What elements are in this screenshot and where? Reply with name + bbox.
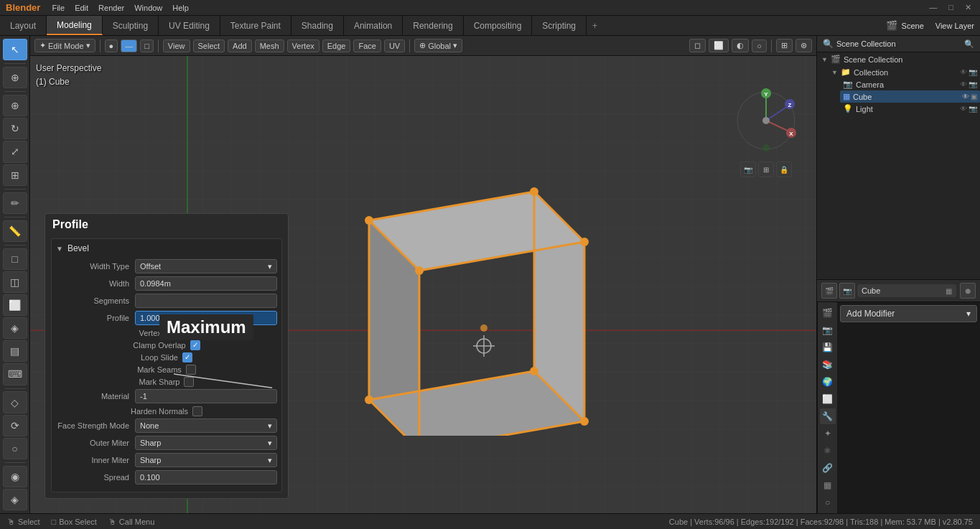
vertex-select-btn[interactable]: ● (105, 39, 118, 52)
mark-sharp-checkbox[interactable] (184, 377, 194, 387)
prop-physics[interactable]: ⚛ (820, 443, 836, 459)
tab-texture-paint[interactable]: Texture Paint (220, 16, 291, 35)
camera-eye-icon[interactable]: 👁 (960, 80, 967, 88)
spread-field[interactable]: 0.100 (135, 470, 277, 484)
cube-item[interactable]: ▦ Cube 👁 ▣ (840, 90, 980, 103)
move-tool-button[interactable]: ⊕ (3, 95, 27, 116)
eye-icon[interactable]: 👁 (960, 68, 967, 76)
prop-output[interactable]: 💾 (820, 340, 836, 355)
loop-slide-checkbox[interactable]: ✓ (182, 352, 192, 362)
view-layer-tab[interactable]: View Layer (935, 22, 974, 30)
scale-tool-button[interactable]: ⤢ (3, 141, 27, 162)
bevel-button[interactable]: ◈ (3, 317, 27, 339)
tab-uv-editing[interactable]: UV Editing (159, 16, 220, 35)
transform-tool-button[interactable]: ⊞ (3, 164, 27, 186)
prop-world[interactable]: 🌍 (820, 374, 836, 390)
add-modifier-button[interactable]: Add Modifier ▾ (840, 305, 977, 322)
knife-button[interactable]: ⌨ (3, 363, 27, 385)
prop-scene[interactable]: 🎬 (820, 305, 836, 321)
collection-item[interactable]: ▼ 📁 Collection 👁 📷 (829, 66, 980, 78)
prop-modifiers[interactable]: 🔧 (820, 408, 836, 424)
width-type-dropdown[interactable]: Offset ▾ (135, 259, 277, 273)
bevel-expand-arrow[interactable]: ▼ (56, 245, 63, 253)
light-eye-icon[interactable]: 👁 (960, 105, 967, 113)
prop-view-layer[interactable]: 📚 (820, 357, 836, 373)
rotate-tool-button[interactable]: ↻ (3, 118, 27, 139)
mode-selector[interactable]: ✦ Edit Mode ▾ (34, 39, 95, 52)
edge-menu[interactable]: Edge (322, 39, 351, 52)
tab-animation[interactable]: Animation (344, 16, 403, 35)
props-render-icon-btn[interactable]: 📷 (839, 283, 855, 299)
maximize-button[interactable]: □ (946, 3, 956, 12)
shear-button[interactable]: ◈ (3, 489, 27, 510)
prop-object[interactable]: ⬜ (820, 391, 836, 407)
prop-data[interactable]: ▦ (820, 477, 836, 493)
menu-help[interactable]: Help (168, 2, 193, 14)
add-workspace-button[interactable]: + (587, 16, 603, 35)
close-button[interactable]: ✕ (962, 3, 974, 12)
prop-render[interactable]: 📷 (820, 322, 836, 338)
cube-render-icon[interactable]: ▣ (971, 93, 977, 100)
cube-eye-icon[interactable]: 👁 (962, 93, 969, 100)
face-menu[interactable]: Face (353, 39, 381, 52)
viewport[interactable]: ✦ Edit Mode ▾ ● — □ View Select Add Mesh… (30, 36, 816, 513)
measure-button[interactable]: 📏 (3, 220, 27, 242)
select-menu[interactable]: Select (193, 39, 225, 52)
ortho-btn[interactable]: ⊞ (758, 161, 774, 177)
harden-normals-checkbox[interactable] (192, 406, 202, 416)
viewport-shading-render[interactable]: ○ (752, 39, 767, 52)
uv-menu[interactable]: UV (384, 39, 405, 52)
tab-rendering[interactable]: Rendering (403, 16, 463, 35)
menu-render[interactable]: Render (94, 2, 129, 14)
segments-field[interactable] (135, 294, 277, 308)
light-render-icon[interactable]: 📷 (969, 105, 977, 113)
smooth-button[interactable]: ○ (3, 438, 27, 459)
mark-seams-checkbox[interactable] (186, 365, 196, 375)
width-field[interactable]: 0.0984m (135, 276, 277, 291)
inner-miter-dropdown[interactable]: Sharp ▾ (135, 453, 277, 467)
face-select-btn[interactable]: □ (140, 39, 154, 52)
camera-render-icon[interactable]: 📷 (969, 80, 977, 88)
spin-button[interactable]: ⟳ (3, 415, 27, 436)
vertex-menu[interactable]: Vertex (287, 39, 319, 52)
outer-miter-dropdown[interactable]: Sharp ▾ (135, 436, 277, 450)
gizmo-btn[interactable]: ⊛ (795, 39, 812, 52)
edge-select-btn[interactable]: — (121, 39, 137, 52)
props-scene-icon-btn[interactable]: 🎬 (821, 283, 837, 299)
menu-window[interactable]: Window (130, 2, 167, 14)
tab-modeling[interactable]: Modeling (47, 16, 103, 35)
overlay-btn[interactable]: ⊞ (776, 39, 793, 52)
add-menu[interactable]: Add (228, 39, 252, 52)
tab-scripting[interactable]: Scripting (532, 16, 587, 35)
view-menu[interactable]: View (163, 39, 190, 52)
props-settings-btn[interactable]: ⊕ (960, 283, 976, 299)
menu-file[interactable]: File (47, 2, 69, 14)
prop-constraints[interactable]: 🔗 (820, 460, 836, 476)
lock-btn[interactable]: 🔒 (776, 161, 792, 177)
tab-compositing[interactable]: Compositing (464, 16, 533, 35)
add-cube-button[interactable]: □ (3, 248, 27, 270)
extrude-button[interactable]: ◫ (3, 271, 27, 293)
viewport-shading-solid[interactable]: ⬜ (709, 39, 729, 52)
cube-name-field[interactable]: Cube ▦ (857, 284, 956, 297)
scene-collection-item[interactable]: ▼ 🎬 Scene Collection (817, 52, 980, 66)
select-tool-button[interactable]: ↖ (3, 39, 27, 60)
mesh-menu[interactable]: Mesh (255, 39, 284, 52)
transform-selector[interactable]: ⊕ Global ▾ (414, 39, 462, 52)
prop-particles[interactable]: ✦ (820, 426, 836, 441)
viewport-shading-wire[interactable]: ◻ (689, 39, 706, 52)
profile-field[interactable]: 1.000 (135, 311, 277, 325)
inset-button[interactable]: ⬜ (3, 294, 27, 316)
poly-build-button[interactable]: ◇ (3, 391, 27, 413)
light-item[interactable]: 💡 Light 👁 📷 (840, 103, 980, 115)
tab-sculpting[interactable]: Sculpting (103, 16, 159, 35)
cursor-tool-button[interactable]: ⊕ (3, 67, 27, 88)
render-vis-icon[interactable]: 📷 (969, 68, 977, 76)
camera-item[interactable]: 📷 Camera 👁 📷 (840, 78, 980, 90)
vertex-only-checkbox[interactable] (184, 328, 194, 338)
material-field[interactable]: -1 (135, 389, 277, 403)
navigation-gizmo[interactable]: Y X Z (730, 85, 802, 156)
outliner-search-icon[interactable]: 🔍 (964, 39, 974, 49)
menu-edit[interactable]: Edit (70, 2, 93, 14)
tab-layout[interactable]: Layout (0, 16, 47, 35)
